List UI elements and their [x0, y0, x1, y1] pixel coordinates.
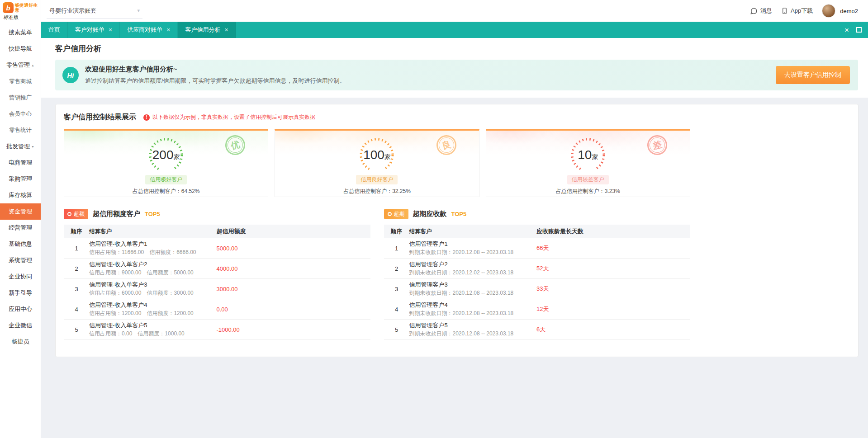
sidebar-item-3[interactable]: 零售管理▲: [0, 57, 41, 73]
gauge-footer-text: 占总信用控制客户：64.52%: [133, 188, 200, 195]
row-index: 3: [384, 286, 409, 292]
tab-2[interactable]: 客户对账单×: [68, 22, 120, 38]
table-row: 3信用管理客户3到期未收款日期：2020.12.08 -- 2023.03.18…: [384, 279, 691, 299]
sidebar-item-label: 搜索菜单: [9, 28, 32, 37]
sidebar-item-label: 新手引导: [9, 289, 32, 297]
sidebar-item-19[interactable]: 企业微信: [0, 317, 41, 334]
row-customer: 信用管理客户2到期未收款日期：2020.12.02 -- 2023.03.18: [409, 261, 537, 276]
messages-label: 消息: [760, 7, 772, 15]
warning-icon: !: [143, 114, 150, 121]
welcome-title: 欢迎使用好生意客户信用分析~: [85, 65, 346, 74]
setup-credit-control-button[interactable]: 去设置客户信用控制: [776, 66, 850, 84]
avatar[interactable]: [822, 4, 835, 18]
welcome-banner: Hi 欢迎使用好生意客户信用分析~ 通过控制结算客户的信用额度/信用期限，可实时…: [55, 60, 858, 90]
sidebar-item-11[interactable]: 库存核算: [0, 187, 41, 203]
sidebar-item-13[interactable]: 经营管理: [0, 220, 41, 236]
customer-name: 信用管理客户4: [409, 301, 537, 309]
sample-data-notice: ! 以下数据仅为示例，非真实数据，设置了信用控制后可展示真实数据: [143, 113, 315, 121]
sidebar-item-1[interactable]: 搜索菜单: [0, 24, 41, 41]
gauge-count-unit: 家: [592, 153, 598, 161]
sidebar-item-12[interactable]: 资金管理: [0, 203, 41, 220]
page-title: 客户信用分析: [55, 43, 858, 54]
tab-3[interactable]: 供应商对账单×: [120, 22, 178, 38]
close-icon[interactable]: ×: [109, 27, 112, 33]
sidebar-item-9[interactable]: 电商管理: [0, 155, 41, 171]
close-all-tabs-icon[interactable]: ×: [844, 26, 849, 34]
row-value: 0.00: [217, 306, 370, 313]
gauge-count-number: 200: [152, 148, 174, 162]
row-index: 1: [64, 245, 89, 252]
sidebar-item-6[interactable]: 会员中心: [0, 106, 41, 122]
customer-name: 信用管理-收入单客户2: [89, 261, 217, 268]
sidebar-item-5[interactable]: 营销推广: [0, 89, 41, 106]
sidebar-item-label: 批发管理: [6, 142, 30, 151]
app-logo[interactable]: b 畅捷通好生意 标准版: [0, 0, 41, 23]
row-customer: 信用管理-收入单客户4信用占用额：1200.00 信用额度：1200.00: [89, 301, 217, 317]
gauge-count: 100家: [358, 137, 395, 174]
row-value: 3000.00: [217, 286, 370, 292]
fullscreen-icon[interactable]: [856, 27, 862, 33]
tab-label: 客户信用分析: [185, 26, 220, 34]
tab-label: 供应商对账单: [127, 26, 162, 34]
sidebar-item-15[interactable]: 系统管理: [0, 252, 41, 268]
customer-detail: 信用占用额：9000.00 信用额度：5000.00: [89, 269, 217, 276]
gauge-count: 200家: [147, 137, 185, 174]
row-customer: 信用管理-收入单客户2信用占用额：9000.00 信用额度：5000.00: [89, 261, 217, 276]
account-selector[interactable]: 母婴行业演示账套 ▾: [47, 4, 142, 19]
table-title-row: 超额超信用额度客户TOP5: [64, 209, 370, 219]
table-row: 1信用管理客户1到期未收款日期：2020.12.08 -- 2023.03.18…: [384, 238, 691, 259]
row-value: 6天: [536, 325, 690, 334]
sidebar-item-10[interactable]: 采购管理: [0, 171, 41, 187]
phone-icon: [781, 7, 788, 14]
gauge-count-number: 100: [363, 148, 384, 162]
top5-label: TOP5: [145, 211, 160, 217]
table-block-1: 超额超信用额度客户TOP5顺序结算客户超信用额度1信用管理-收入单客户1信用占用…: [64, 209, 370, 340]
row-value: 66天: [536, 244, 690, 252]
tab-4[interactable]: 客户信用分析×: [178, 22, 236, 38]
logo-text: 畅捷通好生意: [15, 3, 39, 13]
sidebar-item-label: 基础信息: [9, 240, 32, 248]
table-badge: 超额: [64, 209, 88, 219]
sidebar-item-20[interactable]: 畅捷员: [0, 334, 41, 350]
gauge-ring: 200家: [147, 137, 185, 174]
app-download-button[interactable]: App下载: [781, 7, 813, 15]
row-customer: 信用管理-收入单客户1信用占用额：11666.00 信用额度：6666.00: [89, 240, 217, 256]
sidebar-item-label: 零售管理: [6, 61, 30, 69]
sidebar-item-2[interactable]: 快捷导航: [0, 41, 41, 57]
sidebar-item-label: 库存核算: [9, 191, 32, 199]
column-header: 顺序: [384, 228, 409, 235]
customer-detail: 到期未收款日期：2020.12.02 -- 2023.03.18: [409, 269, 537, 276]
credit-level-badge: 信用极好客户: [145, 175, 187, 184]
table-header-row: 顺序结算客户应收账龄最长天数: [384, 225, 691, 238]
row-customer: 信用管理客户5到期未收款日期：2020.12.08 -- 2023.03.18: [409, 322, 537, 337]
sidebar-item-label: 畅捷员: [12, 338, 29, 346]
gauge-count-unit: 家: [384, 153, 391, 161]
gauge-ring: 100家: [358, 137, 395, 174]
sidebar-item-18[interactable]: 应用中心: [0, 301, 41, 317]
sidebar-item-17[interactable]: 新手引导: [0, 285, 41, 301]
tab-1[interactable]: 首页: [41, 22, 68, 38]
customer-name: 信用管理-收入单客户3: [89, 281, 217, 288]
row-value: 52天: [536, 264, 690, 273]
welcome-text: 欢迎使用好生意客户信用分析~ 通过控制结算客户的信用额度/信用期限，可实时掌握客…: [85, 65, 346, 85]
clock-icon: [388, 212, 392, 216]
sidebar-item-14[interactable]: 基础信息: [0, 236, 41, 252]
chevron-down-icon: ▾: [137, 8, 140, 14]
table-row: 5信用管理-收入单客户5信用占用额：0.00 信用额度：1000.00-1000…: [64, 320, 370, 340]
sidebar-item-8[interactable]: 批发管理▼: [0, 138, 41, 155]
topbar: 母婴行业演示账套 ▾ 消息 App下载 demo2: [41, 0, 868, 22]
row-customer: 信用管理客户4到期未收款日期：2020.12.08 -- 2023.03.18: [409, 301, 537, 317]
customer-detail: 信用占用额：1200.00 信用额度：1200.00: [89, 310, 217, 317]
close-icon[interactable]: ×: [224, 27, 228, 33]
sidebar-item-7[interactable]: 零售统计: [0, 122, 41, 138]
gauge-footer-text: 占总信用控制客户：3.23%: [556, 188, 620, 195]
edition-label: 标准版: [3, 14, 39, 21]
customer-detail: 信用占用额：11666.00 信用额度：6666.00: [89, 249, 217, 256]
sidebar-item-16[interactable]: 企业协同: [0, 268, 41, 285]
sidebar-item-4[interactable]: 零售商城: [0, 73, 41, 89]
gauge-ring: 10家: [569, 137, 607, 174]
grade-stamp-icon: 差: [645, 133, 669, 157]
chevron-down-icon: ▼: [31, 145, 34, 148]
close-icon[interactable]: ×: [166, 27, 170, 33]
messages-button[interactable]: 消息: [750, 7, 772, 15]
